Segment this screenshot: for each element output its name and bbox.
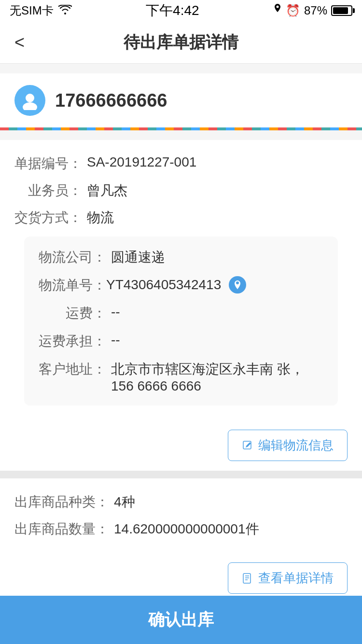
- status-time: 下午4:42: [146, 1, 199, 20]
- tracking-number-row: 物流单号： YT4306405342413: [39, 276, 323, 294]
- product-types-row: 出库商品种类： 4种: [14, 493, 348, 511]
- logistics-company-value: 圆通速递: [111, 248, 323, 266]
- status-left: 无SIM卡: [10, 3, 72, 18]
- tracking-number-label: 物流单号：: [39, 276, 106, 294]
- svg-point-0: [26, 94, 34, 102]
- address-label: 客户地址：: [39, 360, 106, 378]
- avatar: [14, 85, 45, 116]
- document-number-row: 单据编号： SA-20191227-001: [14, 154, 348, 173]
- address-value: 北京市市辖区海淀区永丰南 张，156 6666 6666: [111, 360, 323, 394]
- address-row: 客户地址： 北京市市辖区海淀区永丰南 张，156 6666 6666: [39, 360, 323, 394]
- alarm-icon: ⏰: [286, 4, 300, 17]
- product-quantity-label: 出库商品数量：: [14, 520, 109, 538]
- tracking-number-value: YT4306405342413: [106, 277, 221, 293]
- nav-bar: < 待出库单据详情: [0, 21, 362, 64]
- edit-logistics-label: 编辑物流信息: [258, 437, 334, 454]
- delivery-method-label: 交货方式：: [14, 209, 82, 227]
- document-icon: [242, 573, 253, 584]
- product-section: 出库商品种类： 4种 出库商品数量： 14.620000000000001件: [0, 478, 362, 553]
- svg-rect-3: [243, 574, 251, 583]
- edit-icon: [242, 440, 253, 451]
- wifi-icon: [58, 4, 72, 17]
- freight-bearer-label: 运费承担：: [39, 332, 106, 350]
- view-details-label: 查看单据详情: [258, 570, 334, 587]
- tracking-value-group: YT4306405342413: [106, 276, 246, 294]
- basic-info-section: 单据编号： SA-20191227-001 业务员： 曾凡杰 交货方式： 物流 …: [0, 140, 362, 420]
- salesperson-value: 曾凡杰: [87, 182, 348, 200]
- product-types-label: 出库商品种类：: [14, 493, 109, 511]
- product-types-value: 4种: [114, 493, 135, 511]
- document-number-value: SA-20191227-001: [87, 154, 348, 170]
- user-phone: 17666666666: [55, 90, 167, 111]
- logistics-company-label: 物流公司：: [39, 248, 106, 266]
- view-details-button[interactable]: 查看单据详情: [228, 562, 348, 594]
- logistics-box: 物流公司： 圆通速递 物流单号： YT4306405342413 运费： -- …: [24, 237, 338, 406]
- carrier-text: 无SIM卡: [10, 3, 54, 18]
- page-title: 待出库单据详情: [124, 31, 238, 54]
- product-quantity-row: 出库商品数量： 14.620000000000001件: [14, 520, 348, 538]
- logistics-company-row: 物流公司： 圆通速递: [39, 248, 323, 266]
- freight-label: 运费：: [39, 304, 106, 322]
- confirm-button-label: 确认出库: [148, 609, 214, 631]
- document-number-label: 单据编号：: [14, 154, 82, 173]
- dashed-divider: [0, 127, 362, 130]
- freight-bearer-row: 运费承担： --: [39, 332, 323, 350]
- product-quantity-value: 14.620000000000001件: [114, 520, 259, 538]
- tracking-location-icon[interactable]: [229, 276, 246, 294]
- gray-divider: [0, 471, 362, 478]
- salesperson-row: 业务员： 曾凡杰: [14, 182, 348, 200]
- confirm-button[interactable]: 确认出库: [0, 596, 362, 644]
- salesperson-label: 业务员：: [14, 182, 82, 200]
- back-button[interactable]: <: [14, 28, 29, 57]
- edit-logistics-button[interactable]: 编辑物流信息: [228, 430, 348, 461]
- location-active-icon: [273, 4, 282, 17]
- delivery-method-value: 物流: [87, 209, 348, 227]
- edit-section: 编辑物流信息: [0, 420, 362, 471]
- user-header: 17666666666: [0, 73, 362, 127]
- status-bar: 无SIM卡 下午4:42 ⏰ 87%: [0, 0, 362, 21]
- battery-text: 87%: [304, 4, 327, 17]
- svg-point-1: [23, 102, 37, 110]
- freight-bearer-value: --: [111, 332, 323, 348]
- freight-row: 运费： --: [39, 304, 323, 322]
- status-right: ⏰ 87%: [273, 4, 352, 17]
- battery-icon: [331, 5, 352, 16]
- freight-value: --: [111, 304, 323, 320]
- delivery-method-row: 交货方式： 物流: [14, 209, 348, 227]
